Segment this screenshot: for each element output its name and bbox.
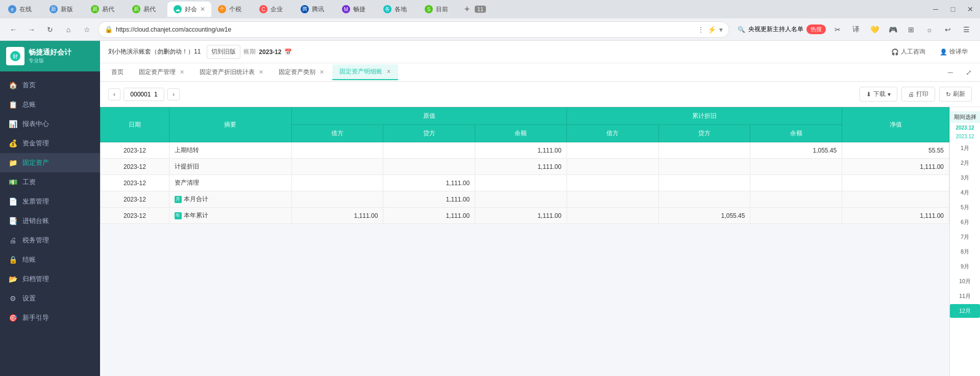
- period-month-2[interactable]: 2月: [950, 156, 980, 170]
- period-month-10[interactable]: 10月: [950, 274, 980, 288]
- sidebar-item-home[interactable]: 🏠 首页: [0, 76, 100, 95]
- prev-page-btn[interactable]: ‹: [108, 88, 120, 101]
- period-month-8[interactable]: 8月: [950, 245, 980, 259]
- translate-icon[interactable]: 译: [848, 22, 864, 37]
- tab-close-btn[interactable]: ✕: [200, 6, 205, 13]
- tab-fixed-assets-mgmt[interactable]: 固定资产管理 ✕: [132, 65, 191, 80]
- cell-orig-credit: 1,111.00: [383, 191, 475, 208]
- tab-xinban[interactable]: 新 新版: [43, 2, 84, 17]
- tab-yidai2[interactable]: 易 易代: [126, 2, 167, 17]
- address-bar-settings[interactable]: ⋮: [697, 26, 704, 34]
- period-year-highlight[interactable]: 2023.12: [950, 124, 980, 132]
- help-btn[interactable]: 🎧 人工咨询: [887, 45, 929, 58]
- reload-button[interactable]: ↻: [43, 22, 57, 37]
- user-avatar-icon: 👤: [940, 48, 947, 56]
- tab-actions: ─ ⤢: [943, 65, 976, 80]
- calendar-icon[interactable]: 📅: [284, 48, 292, 56]
- grid-icon[interactable]: ⊞: [903, 22, 919, 37]
- pager-input[interactable]: [124, 88, 164, 101]
- sidebar-item-reports[interactable]: 📊 报表中心: [0, 114, 100, 134]
- sidebar-item-funds[interactable]: 💰 资金管理: [0, 134, 100, 153]
- report-icon: 📊: [8, 119, 17, 129]
- tab-label: 新版: [61, 5, 73, 14]
- minimize-btn[interactable]: ─: [928, 2, 943, 17]
- wallet-icon[interactable]: 💛: [867, 22, 882, 37]
- tab-close-icon[interactable]: ✕: [180, 69, 184, 76]
- tab-zaixian[interactable]: e 在线: [2, 2, 43, 17]
- sidebar-item-invoice[interactable]: 📄 发票管理: [0, 192, 100, 211]
- bookmark-button[interactable]: ☆: [80, 22, 94, 37]
- print-btn[interactable]: 🖨 打印: [901, 87, 935, 102]
- tab-label: 首页: [111, 68, 124, 77]
- tab-close-icon[interactable]: ✕: [259, 69, 263, 76]
- sidebar-item-archive[interactable]: 📂 归档管理: [0, 269, 100, 289]
- restore-btn[interactable]: □: [945, 2, 961, 17]
- back-button[interactable]: ←: [6, 22, 20, 37]
- account-info: 刘小艳演示账套（勿删勿动！）11: [108, 47, 201, 56]
- app-version: 专业版: [29, 57, 71, 64]
- sidebar-item-guide[interactable]: 🎯 新手引导: [0, 308, 100, 328]
- tab-asset-detail-ledger[interactable]: 固定资产明细账 ✕: [332, 64, 398, 80]
- period-month-9[interactable]: 9月: [950, 260, 980, 273]
- tab-minimize-btn[interactable]: ─: [943, 65, 958, 80]
- sidebar-item-settings[interactable]: ⚙ 设置: [0, 289, 100, 308]
- tab-label: 在线: [19, 5, 32, 14]
- tab-close-icon[interactable]: ✕: [320, 69, 324, 76]
- address-bar-dropdown[interactable]: ▾: [719, 26, 723, 34]
- address-bar-lightning[interactable]: ⚡: [707, 26, 716, 34]
- period-month-12[interactable]: 12月: [950, 304, 980, 318]
- period-month-6[interactable]: 6月: [950, 215, 980, 229]
- sidebar-item-general-ledger[interactable]: 📋 总账: [0, 95, 100, 114]
- menu-icon[interactable]: ☰: [959, 22, 974, 37]
- tab-geshui[interactable]: 个 个税: [212, 2, 253, 17]
- game-icon[interactable]: 🎮: [885, 22, 900, 37]
- tab-close-icon[interactable]: ✕: [386, 68, 391, 75]
- download-label: 下载: [873, 90, 886, 98]
- tab-expand-btn[interactable]: ⤢: [962, 65, 976, 80]
- tab-asset-category[interactable]: 固定资产类别 ✕: [272, 65, 331, 80]
- tab-tengxun[interactable]: 腾 腾讯: [295, 2, 335, 17]
- tab-home[interactable]: 首页: [104, 65, 131, 80]
- period-month-11[interactable]: 11月: [950, 289, 980, 303]
- hot-search-badge[interactable]: 热搜: [806, 24, 826, 34]
- address-bar[interactable]: 🔒 https://cloud.chanjet.com/accounting/u…: [98, 21, 729, 38]
- sidebar-item-payroll[interactable]: 💵 工资: [0, 172, 100, 192]
- period-month-7[interactable]: 7月: [950, 230, 980, 244]
- period-month-1[interactable]: 1月: [950, 141, 980, 155]
- download-btn[interactable]: ⬇ 下载 ▾: [860, 87, 897, 102]
- close-btn[interactable]: ✕: [963, 2, 978, 17]
- new-tab-button[interactable]: +: [460, 2, 474, 16]
- cell-orig-debit: [291, 142, 383, 159]
- tab-yidai1[interactable]: 易 易代: [85, 2, 126, 17]
- scissors-icon[interactable]: ✂: [830, 22, 845, 37]
- forward-button[interactable]: →: [24, 22, 39, 37]
- tab-count-badge: 11: [475, 6, 486, 13]
- period-year-display: 2023.12: [950, 133, 980, 140]
- home-button[interactable]: ⌂: [61, 22, 76, 37]
- user-btn[interactable]: 👤 徐译华: [936, 45, 972, 58]
- tab-gedi[interactable]: 各 各地: [377, 2, 418, 17]
- period-month-5[interactable]: 5月: [950, 200, 980, 214]
- tab-favicon: 易: [132, 5, 140, 13]
- user-name: 徐译华: [949, 47, 968, 56]
- sidebar-item-inventory[interactable]: 📑 进销台账: [0, 211, 100, 231]
- cell-dep-debit: [567, 159, 658, 175]
- tab-haohui[interactable]: ☁ 好会 ✕: [167, 2, 211, 17]
- period-month-3[interactable]: 3月: [950, 171, 980, 185]
- tab-muqian[interactable]: S 目前: [419, 2, 459, 17]
- history-icon[interactable]: ↩: [940, 22, 955, 37]
- brightness-icon[interactable]: ☼: [922, 22, 937, 37]
- tab-depreciation-stats[interactable]: 固定资产折旧统计表 ✕: [192, 65, 271, 80]
- sidebar-item-label: 资金管理: [22, 139, 49, 148]
- switch-version-btn[interactable]: 切到旧版: [207, 45, 240, 59]
- tab-changjie[interactable]: M 畅捷: [336, 2, 377, 17]
- period-month-4[interactable]: 4月: [950, 186, 980, 199]
- sidebar-item-closing[interactable]: 🔒 结账: [0, 250, 100, 269]
- browser-tab-bar: e 在线 新 新版 易 易代 易 易代 ☁ 好会 ✕ 个 个税 C 企业 腾 腾…: [0, 0, 980, 18]
- tax-icon: 🖨: [8, 236, 17, 245]
- sidebar-item-tax[interactable]: 🖨 税务管理: [0, 231, 100, 250]
- next-page-btn[interactable]: ›: [167, 88, 180, 101]
- refresh-btn[interactable]: ↻ 刷新: [939, 87, 972, 102]
- tab-qiye[interactable]: C 企业: [253, 2, 294, 17]
- sidebar-item-fixed-assets[interactable]: 📁 固定资产: [0, 153, 100, 172]
